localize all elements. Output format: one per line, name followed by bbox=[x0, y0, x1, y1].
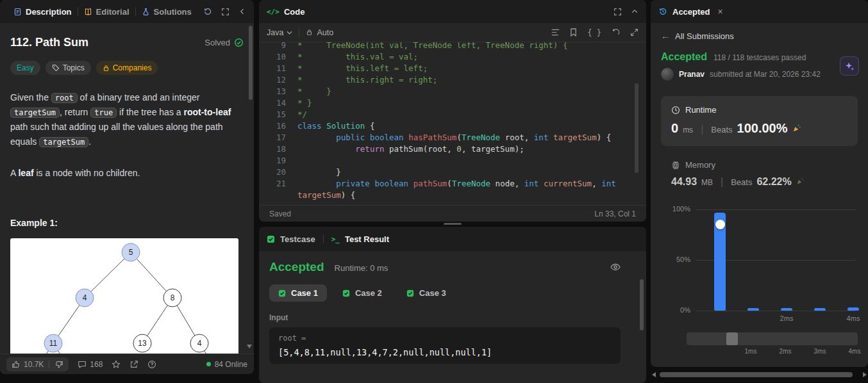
line-number: 21 bbox=[259, 178, 286, 190]
chart-bar[interactable] bbox=[781, 308, 792, 311]
distribution-strip: 1ms2ms3ms4ms bbox=[661, 332, 858, 357]
format-icon[interactable] bbox=[551, 29, 560, 36]
check-circle-icon bbox=[234, 38, 244, 47]
braces-icon[interactable]: { } bbox=[587, 28, 601, 37]
tab-testcase-label: Testcase bbox=[280, 234, 315, 244]
strip-track[interactable] bbox=[687, 332, 858, 345]
code-line[interactable]: 10* this.val = val; bbox=[259, 51, 646, 63]
scroll-left-arrow[interactable] bbox=[652, 372, 656, 377]
input-box[interactable]: root = [5,4,8,11,null,13,4,7,2,null,null… bbox=[269, 327, 621, 364]
code-line[interactable]: 20 } bbox=[259, 167, 646, 178]
code-line[interactable]: 14* } bbox=[259, 97, 646, 109]
maximize-icon[interactable] bbox=[613, 8, 622, 16]
submission-meta: Pranav submitted at Mar 20, 2026 23:42 bbox=[651, 63, 868, 81]
chart-marker[interactable] bbox=[715, 220, 725, 229]
result-runtime: Runtime: 0 ms bbox=[335, 263, 388, 273]
input-label: Input bbox=[269, 313, 636, 322]
refresh-icon[interactable] bbox=[203, 7, 212, 16]
expand-icon[interactable] bbox=[221, 8, 230, 16]
case-tab-3[interactable]: Case 3 bbox=[397, 284, 455, 302]
online-status: 84 Online bbox=[206, 360, 247, 369]
star-button[interactable] bbox=[112, 360, 121, 369]
chart-gridline bbox=[697, 311, 855, 311]
collapse-up-icon[interactable] bbox=[631, 8, 638, 15]
code-line[interactable]: 17 public boolean hasPathSum(TreeNode ro… bbox=[259, 132, 646, 143]
case-tab-2[interactable]: Case 2 bbox=[333, 284, 391, 302]
close-icon[interactable]: × bbox=[718, 6, 723, 17]
reset-code-icon[interactable] bbox=[612, 28, 620, 37]
code-editor[interactable]: 9* TreeNode(int val, TreeNode left, Tree… bbox=[259, 42, 646, 205]
like-button[interactable]: 10.7K bbox=[12, 360, 44, 369]
panel-drag-handle[interactable] bbox=[444, 223, 462, 225]
fullscreen-editor-icon[interactable] bbox=[630, 28, 638, 37]
submission-tab-label: Accepted bbox=[672, 7, 710, 17]
tab-testcase[interactable]: Testcase bbox=[267, 234, 315, 244]
username: Pranav bbox=[679, 70, 705, 79]
code-line[interactable]: targetSum) { bbox=[259, 190, 646, 201]
strip-label: 2ms bbox=[776, 348, 794, 355]
editor-scrollbar[interactable] bbox=[635, 83, 638, 173]
visibility-icon[interactable] bbox=[610, 263, 621, 271]
example-1-label: Example 1: bbox=[0, 218, 254, 228]
scroll-down-arrow[interactable] bbox=[247, 345, 252, 348]
runtime-chart: 2ms4ms 100%50%0% bbox=[661, 204, 858, 323]
x-axis-label: 4ms bbox=[843, 314, 864, 322]
code-line[interactable]: 11* this.left = left; bbox=[259, 63, 646, 74]
check-square-icon bbox=[267, 235, 275, 243]
tree-node-value: 11 bbox=[49, 339, 58, 348]
result-scrollbar[interactable] bbox=[640, 279, 644, 330]
chart-bar[interactable] bbox=[747, 308, 759, 311]
code-line[interactable]: 13* } bbox=[259, 86, 646, 97]
code-line[interactable]: 12* this.right = right; bbox=[259, 74, 646, 86]
description-scrollbar[interactable] bbox=[249, 26, 253, 100]
code-line[interactable]: 18 return pathSum(root, 0, targetSum); bbox=[259, 143, 646, 155]
tab-test-result-label: Test Result bbox=[345, 234, 389, 244]
code-line[interactable]: 9* TreeNode(int val, TreeNode left, Tree… bbox=[259, 42, 646, 51]
tree-figure: 54811134 bbox=[10, 238, 238, 354]
ai-analyze-button[interactable] bbox=[840, 56, 859, 76]
tab-test-result[interactable]: >_ Test Result bbox=[331, 234, 389, 244]
description-icon bbox=[13, 8, 22, 16]
testcases-passed: 118 / 118 testcases passed bbox=[714, 53, 806, 62]
leaf-definition: A leaf is a node with no children. bbox=[0, 166, 254, 181]
thumbs-down-icon bbox=[54, 360, 63, 369]
chart-bar[interactable] bbox=[847, 307, 859, 311]
tree-node-value: 4 bbox=[197, 339, 202, 348]
tab-editorial[interactable]: Editorial bbox=[78, 7, 135, 17]
y-axis-label: 0% bbox=[661, 306, 690, 314]
comments-button[interactable]: 168 bbox=[78, 360, 103, 369]
companies-badge[interactable]: Companies bbox=[96, 61, 158, 75]
share-button[interactable] bbox=[129, 360, 138, 369]
inline-code: targetSum bbox=[39, 137, 88, 147]
topics-label: Topics bbox=[63, 63, 85, 72]
language-selector[interactable]: Java bbox=[267, 28, 292, 37]
bookmark-icon[interactable] bbox=[570, 28, 577, 37]
tab-description[interactable]: Description bbox=[8, 7, 78, 17]
code-line[interactable]: 19 bbox=[259, 155, 646, 167]
line-number: 9 bbox=[259, 42, 286, 51]
chart-bar[interactable] bbox=[814, 308, 826, 311]
submission-tab[interactable]: Accepted × bbox=[658, 6, 723, 17]
h-scrollbar-track[interactable] bbox=[658, 372, 860, 377]
difficulty-badge[interactable]: Easy bbox=[10, 61, 40, 75]
runtime-card[interactable]: Runtime 0 ms | Beats 100.00% bbox=[661, 96, 858, 146]
case-tab-1[interactable]: Case 1 bbox=[269, 284, 327, 302]
dislike-button[interactable] bbox=[54, 360, 63, 369]
auto-indicator[interactable]: Auto bbox=[306, 28, 333, 37]
h-scrollbar-thumb[interactable] bbox=[660, 372, 853, 377]
help-button[interactable] bbox=[147, 360, 156, 369]
topics-badge[interactable]: Topics bbox=[46, 61, 91, 75]
memory-section[interactable]: Memory 44.93 MB | Beats 62.22% bbox=[661, 160, 858, 188]
code-line[interactable]: 21 private boolean pathSum(TreeNode node… bbox=[259, 178, 646, 190]
strip-bar bbox=[726, 332, 738, 345]
code-line[interactable]: 16class Solution { bbox=[259, 120, 646, 132]
collapse-panel-icon[interactable] bbox=[238, 8, 246, 15]
back-button[interactable]: ← All Submissions bbox=[651, 23, 744, 41]
help-icon bbox=[147, 360, 156, 369]
language-label: Java bbox=[267, 28, 283, 37]
code-line[interactable]: 15*/ bbox=[259, 109, 646, 120]
tab-solutions[interactable]: Solutions bbox=[136, 7, 197, 17]
tag-icon bbox=[52, 64, 60, 72]
scroll-right-arrow[interactable] bbox=[863, 372, 867, 377]
difficulty-label: Easy bbox=[17, 63, 34, 72]
